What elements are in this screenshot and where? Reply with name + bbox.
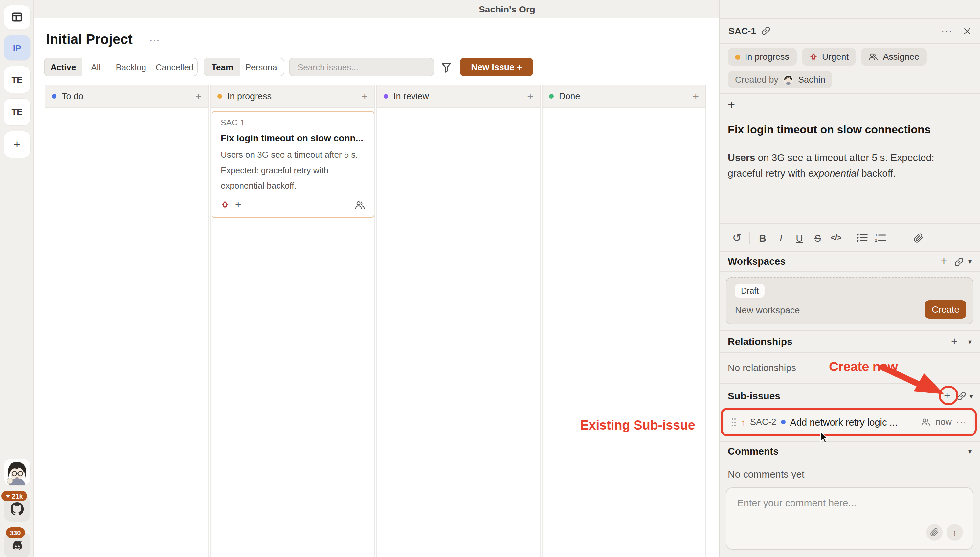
issue-card-sac-1[interactable]: SAC-1 Fix login timeout on slow conn... …: [212, 111, 374, 218]
tab-team[interactable]: Team: [204, 59, 240, 75]
divider: [720, 93, 980, 94]
new-issue-button[interactable]: New Issue +: [460, 58, 533, 76]
add-issue-icon[interactable]: +: [195, 90, 202, 102]
link-icon[interactable]: [954, 257, 964, 267]
chevron-down-icon[interactable]: ▾: [970, 393, 973, 400]
discord-icon: [10, 538, 24, 552]
relationships-empty-text: No relationships: [728, 363, 796, 373]
panel-more-icon[interactable]: ···: [941, 26, 952, 36]
comment-input[interactable]: [733, 493, 966, 523]
discord-member-count: 330: [10, 529, 21, 536]
tab-personal[interactable]: Personal: [240, 59, 284, 75]
issue-filter-tabs: Active All Backlog Cancelled: [44, 58, 198, 76]
workspace-name[interactable]: New workspace: [735, 305, 800, 315]
copy-link-icon[interactable]: [761, 26, 770, 36]
draft-badge: Draft: [735, 284, 765, 298]
underline-icon[interactable]: U: [790, 230, 809, 246]
column-header-in-review: In review +: [376, 85, 540, 108]
toolbar-separator: [899, 231, 899, 244]
tab-cancelled[interactable]: Cancelled: [152, 59, 197, 75]
add-issue-icon[interactable]: +: [361, 90, 368, 102]
section-heading-comments: Comments: [728, 445, 779, 456]
created-by-badge[interactable]: Created by Sachin: [728, 71, 832, 88]
attachment-icon[interactable]: [909, 230, 928, 246]
plus-icon: +: [13, 138, 20, 151]
tab-backlog[interactable]: Backlog: [110, 59, 152, 75]
comment-send-icon[interactable]: ↑: [946, 524, 963, 541]
project-menu-icon[interactable]: ···: [150, 36, 160, 45]
description-line: Users on 3G see a timeout after 5 s.: [221, 147, 365, 163]
github-star-count: 21k: [12, 492, 23, 500]
close-icon[interactable]: [963, 27, 972, 35]
issue-description[interactable]: Users on 3G see a timeout after 5 s. Exp…: [728, 150, 973, 181]
code-icon[interactable]: </>: [827, 230, 845, 246]
panel-header: SAC-1 ···: [720, 18, 980, 44]
status-label: In progress: [745, 52, 789, 62]
creator-avatar: [783, 74, 793, 85]
link-icon[interactable]: [957, 391, 966, 401]
created-by-row: Created by Sachin: [728, 71, 832, 88]
divider: [720, 460, 980, 461]
column-body-todo: [45, 108, 209, 557]
add-attribute-icon[interactable]: +: [728, 99, 735, 111]
chevron-down-icon[interactable]: ▾: [968, 448, 972, 455]
assignee-badge[interactable]: Assignee: [861, 48, 926, 66]
assignee-label: Assignee: [883, 52, 919, 62]
issue-card-title: Fix login timeout on slow conn...: [221, 133, 365, 143]
bold-icon[interactable]: B: [754, 230, 772, 246]
scope-tabs: Team Personal: [203, 58, 285, 76]
chevron-down-icon[interactable]: ▾: [968, 338, 972, 345]
bullet-list-icon[interactable]: [853, 230, 871, 246]
sidebar-workspace-te-2[interactable]: TE: [4, 99, 30, 125]
panel-issue-id: SAC-1: [728, 26, 756, 36]
created-by-label: Created by: [735, 75, 778, 85]
star-icon: ★: [5, 493, 10, 499]
divider: [720, 117, 980, 118]
add-workspace-icon[interactable]: +: [941, 256, 947, 267]
strikethrough-icon[interactable]: S: [809, 230, 827, 246]
tab-all[interactable]: All: [82, 59, 110, 75]
members-icon[interactable]: [355, 200, 365, 209]
status-badge[interactable]: In progress: [728, 48, 796, 66]
filter-icon[interactable]: [441, 62, 452, 73]
issue-attribute-badges: In progress Urgent Assignee: [728, 48, 926, 66]
add-issue-icon[interactable]: +: [527, 90, 533, 102]
add-workspace-button[interactable]: +: [4, 131, 30, 158]
description-text: on 3G see a timeout after 5 s. Expected:: [755, 152, 934, 163]
workspace-initials: TE: [11, 75, 22, 85]
app-switcher-button[interactable]: [4, 5, 30, 29]
italic-icon[interactable]: I: [772, 230, 790, 246]
add-issue-icon[interactable]: +: [693, 90, 699, 102]
urgent-priority-icon[interactable]: [221, 200, 229, 209]
ordered-list-icon[interactable]: 12: [871, 230, 889, 246]
user-avatar[interactable]: [4, 459, 30, 485]
status-dot-todo: [52, 94, 57, 99]
chevron-down-icon[interactable]: ▾: [968, 258, 972, 265]
create-workspace-button[interactable]: Create: [925, 300, 966, 319]
annotation-circle-create-sub-issue: [939, 386, 958, 405]
issue-card-footer: +: [221, 199, 365, 210]
sidebar-workspace-te-1[interactable]: TE: [4, 66, 30, 93]
issue-title[interactable]: Fix login timeout on slow connections: [728, 124, 931, 137]
issue-detail-panel: SAC-1 ··· In progress Urgent Assignee C: [719, 0, 980, 557]
creator-name: Sachin: [798, 75, 825, 85]
urgent-priority-icon: [809, 52, 817, 62]
undo-icon[interactable]: ↺: [728, 230, 746, 246]
comment-attachment-icon[interactable]: [926, 524, 943, 541]
app-root: Sachin's Org ? IP TE TE +: [0, 0, 980, 557]
description-text: graceful retry with: [728, 168, 808, 179]
column-header-todo: To do +: [45, 85, 209, 108]
tab-active[interactable]: Active: [45, 59, 82, 75]
status-dot-in-review: [384, 94, 388, 99]
description-text: backoff.: [859, 168, 896, 179]
add-relationship-icon[interactable]: +: [951, 336, 958, 347]
priority-badge[interactable]: Urgent: [802, 48, 856, 66]
search-input[interactable]: [289, 58, 434, 76]
issue-card-id: SAC-1: [221, 118, 365, 127]
avatar-illustration: [4, 459, 30, 485]
add-label-icon[interactable]: +: [235, 199, 241, 210]
priority-label: Urgent: [822, 52, 849, 62]
column-label: Done: [559, 91, 687, 101]
description-line: Expected: graceful retry with: [221, 163, 365, 178]
sidebar-workspace-ip-active[interactable]: IP: [4, 36, 30, 60]
